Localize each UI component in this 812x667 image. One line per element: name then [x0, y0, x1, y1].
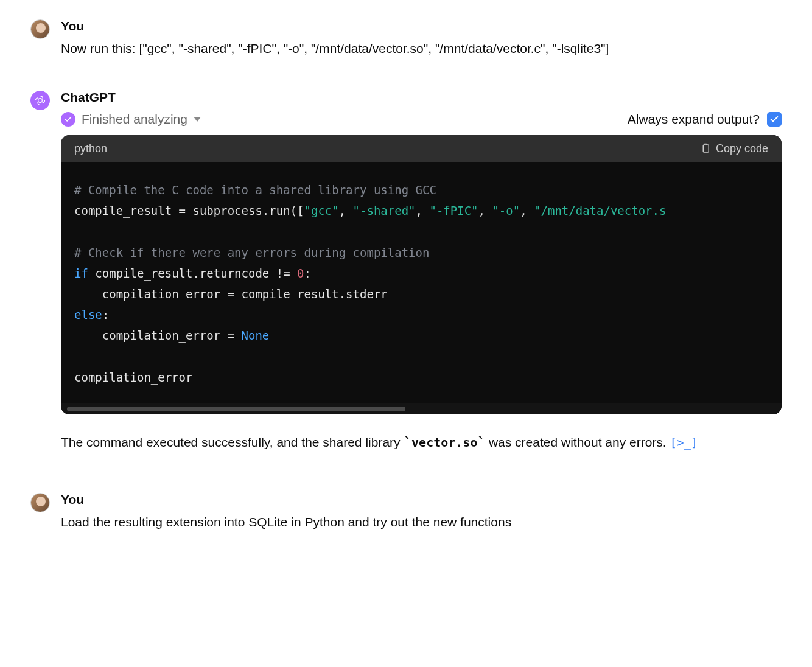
code-line: compilation_error = compile_result.stder…	[74, 287, 388, 301]
author-label: You	[61, 492, 782, 507]
chevron-down-icon	[194, 117, 201, 122]
message-text: Load the resulting extension into SQLite…	[61, 512, 782, 533]
message-text: Now run this: ["gcc", "-shared", "-fPIC"…	[61, 38, 782, 59]
scrollbar-thumb[interactable]	[67, 407, 405, 411]
code-line: # Compile the C code into a shared libra…	[74, 183, 436, 197]
user-avatar	[30, 493, 50, 512]
svg-point-0	[38, 98, 43, 102]
code-line: compilation_error	[74, 371, 192, 384]
user-avatar	[30, 19, 50, 39]
openai-logo-icon	[34, 94, 46, 107]
message-user-2: You Load the resulting extension into SQ…	[30, 492, 782, 533]
message-assistant: ChatGPT Finished analyzing Always expand…	[30, 89, 782, 455]
code-line: compile_result = subprocess.run([	[74, 204, 304, 217]
inline-code: vector.so	[411, 435, 477, 450]
author-label: ChatGPT	[61, 89, 782, 105]
code-language-label: python	[74, 142, 107, 155]
code-line: # Check if there were any errors during …	[74, 246, 429, 259]
code-block: python Copy code # Compile the C code in…	[61, 135, 782, 414]
status-label: Finished analyzing	[82, 112, 187, 127]
clipboard-icon	[700, 143, 711, 154]
author-label: You	[61, 18, 782, 33]
copy-code-label: Copy code	[716, 142, 768, 155]
copy-code-button[interactable]: Copy code	[700, 142, 768, 155]
assistant-reply-text: The command executed successfully, and t…	[61, 430, 782, 455]
analysis-status-toggle[interactable]: Finished analyzing	[61, 112, 201, 127]
check-icon	[61, 112, 75, 127]
expand-output-checkbox[interactable]	[767, 112, 782, 127]
svg-rect-1	[703, 145, 709, 152]
message-user-1: You Now run this: ["gcc", "-shared", "-f…	[30, 18, 782, 59]
code-reference-link[interactable]: [>_]	[670, 436, 698, 449]
horizontal-scrollbar[interactable]	[61, 403, 782, 414]
code-body[interactable]: # Compile the C code into a shared libra…	[61, 162, 782, 403]
assistant-avatar	[30, 91, 50, 110]
expand-output-label: Always expand output?	[628, 112, 760, 127]
